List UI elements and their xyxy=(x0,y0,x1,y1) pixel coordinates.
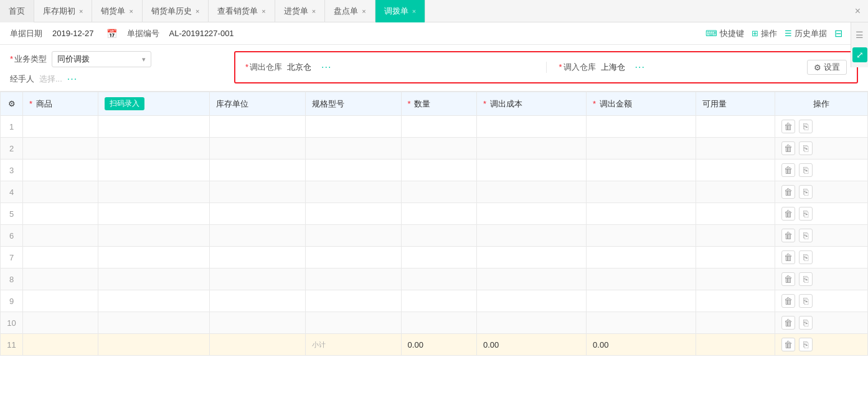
delete-row-5-icon[interactable]: 🗑 xyxy=(781,207,795,221)
cost-cell-5[interactable] xyxy=(476,203,586,225)
qty-cell-4[interactable] xyxy=(401,181,476,203)
scan-button[interactable]: 扫码录入 xyxy=(105,97,144,110)
tab-sales-close[interactable]: × xyxy=(129,7,133,15)
shortcuts-button[interactable]: ⌨ 快捷键 xyxy=(705,28,744,39)
qty-cell-1[interactable] xyxy=(401,116,476,138)
subtotal-label xyxy=(23,334,98,356)
th-gear[interactable]: ⚙ xyxy=(1,92,23,116)
cost-cell-3[interactable] xyxy=(476,159,586,181)
cost-cell-10[interactable] xyxy=(476,312,586,334)
cost-cell-7[interactable] xyxy=(476,247,586,269)
tab-close-all-button[interactable]: × xyxy=(847,6,868,17)
tab-purchase[interactable]: 进货单 × xyxy=(275,0,325,22)
history-button[interactable]: ☰ 历史单据 xyxy=(785,28,827,39)
subtotal-num: 11 xyxy=(1,334,23,356)
cost-cell-9[interactable] xyxy=(476,290,586,312)
tab-sales[interactable]: 销货单 × xyxy=(92,0,142,22)
product-cell-3[interactable] xyxy=(23,159,98,181)
th-scan[interactable]: 扫码录入 xyxy=(98,92,210,116)
tab-inventory-check-close[interactable]: × xyxy=(362,7,366,15)
product-cell-8[interactable] xyxy=(23,269,98,290)
delete-icon[interactable]: 🗑 xyxy=(781,338,795,351)
calendar-icon[interactable]: 📅 xyxy=(106,29,117,39)
product-cell-10[interactable] xyxy=(23,312,98,334)
tab-home[interactable]: 首页 xyxy=(0,0,34,22)
tab-transfer[interactable]: 调拨单 × xyxy=(375,0,425,22)
delete-row-7-icon[interactable]: 🗑 xyxy=(781,250,795,264)
delete-row-1-icon[interactable]: 🗑 xyxy=(781,120,795,133)
delete-row-3-icon[interactable]: 🗑 xyxy=(781,163,795,177)
copy-row-2-icon[interactable]: ⎘ xyxy=(799,141,813,155)
history-icon: ☰ xyxy=(785,29,792,38)
qty-cell-8[interactable] xyxy=(401,269,476,290)
row-num-10: 10 xyxy=(1,312,23,334)
tab-sales-history-label: 销货单历史 xyxy=(151,6,192,17)
product-cell-4[interactable] xyxy=(23,181,98,203)
product-cell-2[interactable] xyxy=(23,138,98,159)
warehouse-out-dots-button[interactable]: ··· xyxy=(321,62,331,73)
date-value: 2019-12-27 xyxy=(52,29,94,38)
tab-inventory-init[interactable]: 库存期初 × xyxy=(34,0,92,22)
settings-button[interactable]: ⚙ 设置 xyxy=(807,60,847,75)
qty-cell-10[interactable] xyxy=(401,312,476,334)
operations-button[interactable]: ⊞ 操作 xyxy=(752,28,777,39)
tab-sales-history-close[interactable]: × xyxy=(196,7,199,15)
tab-transfer-close[interactable]: × xyxy=(412,7,416,15)
delete-row-8-icon[interactable]: 🗑 xyxy=(781,272,795,286)
cost-cell-8[interactable] xyxy=(476,269,586,290)
warehouse-out-required: * xyxy=(245,62,248,72)
copy-row-3-icon[interactable]: ⎘ xyxy=(799,163,813,177)
qty-cell-2[interactable] xyxy=(401,138,476,159)
delete-row-4-icon[interactable]: 🗑 xyxy=(781,185,795,199)
warehouse-in-required: * xyxy=(559,62,562,72)
copy-icon[interactable]: ⎘ xyxy=(799,338,813,351)
copy-row-7-icon[interactable]: ⎘ xyxy=(799,250,813,264)
tab-purchase-close[interactable]: × xyxy=(312,7,316,15)
delete-row-10-icon[interactable]: 🗑 xyxy=(781,316,795,330)
warehouse-in-dots-button[interactable]: ··· xyxy=(635,62,645,73)
content-wrap: 单据日期 2019-12-27 📅 单据编号 AL-20191227-001 ⌨… xyxy=(0,22,868,395)
copy-row-8-icon[interactable]: ⎘ xyxy=(799,272,813,286)
delete-row-6-icon[interactable]: 🗑 xyxy=(781,229,795,242)
copy-row-4-icon[interactable]: ⎘ xyxy=(799,185,813,199)
delete-row-9-icon[interactable]: 🗑 xyxy=(781,294,795,308)
tab-view-sales-close[interactable]: × xyxy=(262,7,265,15)
copy-row-5-icon[interactable]: ⎘ xyxy=(799,207,813,221)
tab-inventory-check[interactable]: 盘点单 × xyxy=(325,0,375,22)
column-settings-icon[interactable]: ⚙ xyxy=(8,99,16,108)
cost-cell-1[interactable] xyxy=(476,116,586,138)
business-type-select[interactable]: 同价调拨 ▾ xyxy=(52,51,151,67)
cost-cell-2[interactable] xyxy=(476,138,586,159)
qty-cell-5[interactable] xyxy=(401,203,476,225)
qty-cell-6[interactable] xyxy=(401,225,476,247)
product-cell-9[interactable] xyxy=(23,290,98,312)
cost-cell-4[interactable] xyxy=(476,181,586,203)
tab-view-sales[interactable]: 查看销货单 × xyxy=(209,0,275,22)
sidebar-list-icon[interactable]: ☰ xyxy=(852,27,867,42)
copy-row-9-icon[interactable]: ⎘ xyxy=(799,294,813,308)
product-cell-5[interactable] xyxy=(23,203,98,225)
available-cell-10 xyxy=(696,312,775,334)
tab-sales-history[interactable]: 销货单历史 × xyxy=(143,0,209,22)
qty-cell-9[interactable] xyxy=(401,290,476,312)
tab-inventory-check-label: 盘点单 xyxy=(334,6,358,17)
product-cell-7[interactable] xyxy=(23,247,98,269)
delete-row-2-icon[interactable]: 🗑 xyxy=(781,141,795,155)
layout-button[interactable]: ⊟ xyxy=(834,27,842,39)
product-cell-6[interactable] xyxy=(23,225,98,247)
amount-cell-8 xyxy=(587,269,696,290)
copy-row-1-icon[interactable]: ⎘ xyxy=(799,120,813,133)
sidebar-expand-icon[interactable]: ⤢ xyxy=(852,47,867,62)
person-dots-button[interactable]: ··· xyxy=(67,74,77,85)
ops-cell-2: 🗑 ⎘ xyxy=(775,138,867,159)
amount-cell-10 xyxy=(587,312,696,334)
cost-cell-6[interactable] xyxy=(476,225,586,247)
copy-row-10-icon[interactable]: ⎘ xyxy=(799,316,813,330)
qty-cell-3[interactable] xyxy=(401,159,476,181)
number-label: 单据编号 xyxy=(127,28,159,39)
copy-row-6-icon[interactable]: ⎘ xyxy=(799,229,813,242)
product-cell-1[interactable] xyxy=(23,116,98,138)
tab-inventory-init-close[interactable]: × xyxy=(79,7,83,15)
scan-cell-6 xyxy=(98,225,210,247)
qty-cell-7[interactable] xyxy=(401,247,476,269)
